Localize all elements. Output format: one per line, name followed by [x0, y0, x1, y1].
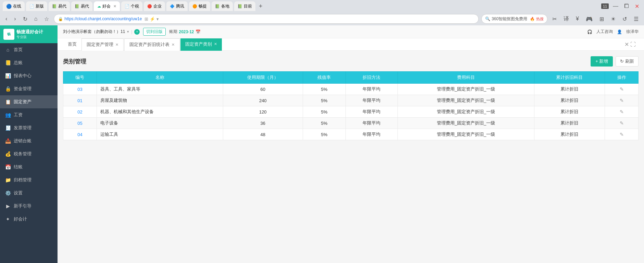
close-tab-icon[interactable]: ✕ [113, 4, 116, 9]
sidebar-item-funds[interactable]: 🔒 资金管理 [0, 82, 58, 95]
action-04[interactable]: ✎ [605, 129, 639, 140]
bookmark-button[interactable]: ☆ [42, 15, 51, 23]
window-minimize-button[interactable]: — [611, 2, 620, 10]
currency-icon[interactable]: ¥ [574, 15, 581, 23]
col-method: 折旧方法 [345, 72, 397, 84]
address-text: https://cloud.chanjet.com/accounting/uw1… [64, 16, 142, 21]
browser-tab-new[interactable]: 📄 新版 [26, 1, 47, 11]
action-02[interactable]: ✎ [605, 106, 639, 118]
sidebar-label-home: 首页 [14, 47, 23, 53]
browser-tab-enterprise[interactable]: 🔴 企业 [144, 1, 165, 11]
sidebar-item-settings[interactable]: ⚙️ 设置 [0, 187, 58, 200]
tab-fa-depreciation[interactable]: 固定资产折旧统计表 ✕ [124, 38, 180, 51]
sidebar-item-sales[interactable]: 📥 进销台账 [0, 134, 58, 147]
sidebar-item-guide[interactable]: ▶ 新手引导 [0, 200, 58, 213]
sidebar-item-reports[interactable]: 📊 报表中心 [0, 69, 58, 82]
right-actions: 🎧 人工咨询 👤 徐泽华 [587, 29, 639, 35]
browser-tab-gedi[interactable]: 📗 各地 [212, 1, 233, 11]
sidebar-item-ledger[interactable]: 📒 总账 [0, 56, 58, 69]
tab-label: 个税 [131, 3, 139, 9]
dropdown-icon[interactable]: ▾ [156, 16, 159, 22]
grid-icon[interactable]: ⊞ [597, 15, 606, 23]
browser-tab-changt[interactable]: 🟠 畅提 [189, 1, 210, 11]
dropdown-arrow[interactable]: ▾ [127, 29, 129, 34]
col-period: 使用期限（月） [223, 72, 303, 84]
address-bar[interactable]: 🔒 https://cloud.chanjet.com/accounting/u… [54, 14, 479, 24]
close-tab-fa-mgmt-icon[interactable]: ✕ [115, 43, 118, 47]
name-01: 房屋及建筑物 [97, 95, 223, 106]
user-name: 徐泽华 [626, 29, 639, 35]
forward-button[interactable]: › [12, 15, 18, 23]
game-icon[interactable]: 🎮 [584, 15, 595, 23]
expand-panel-button[interactable]: ⛶ [630, 41, 636, 48]
sidebar-item-checkout[interactable]: 📅 结账 [0, 160, 58, 174]
close-tab-fa-dep-icon[interactable]: ✕ [172, 43, 175, 47]
translate-icon[interactable]: 译 [561, 15, 571, 23]
browser-tab-online[interactable]: 🔵 在线 [3, 1, 25, 11]
search-bar[interactable]: 🔍 360智能抠图免费用 🔥 热搜 [481, 14, 547, 24]
window-close-button[interactable]: ✕ [633, 2, 641, 10]
tab-fa-category[interactable]: 固定资产类别 ✕ [180, 38, 222, 51]
reload-button[interactable]: ↻ [21, 15, 29, 23]
calendar-icon[interactable]: 📅 [195, 29, 201, 34]
col-code: 编号 [63, 72, 97, 84]
code-02: 02 [63, 106, 97, 118]
edit-icon-05[interactable]: ✎ [620, 120, 624, 126]
sidebar-label-funds: 资金管理 [14, 86, 31, 92]
boost-icon[interactable]: ⚡ [150, 16, 155, 22]
funds-icon: 🔒 [5, 86, 11, 92]
edit-icon-02[interactable]: ✎ [620, 109, 624, 115]
back-button[interactable]: ‹ [3, 15, 9, 23]
sidebar-item-payroll[interactable]: 👥 工资 [0, 108, 58, 121]
search-icon: 🔍 [485, 16, 490, 21]
history-icon[interactable]: ↺ [620, 15, 629, 23]
sidebar-item-archive[interactable]: 📁 归档管理 [0, 174, 58, 187]
name-05: 电子设备 [97, 118, 223, 129]
main-row: 畅 畅捷通好会计 专业版 ⌂ 首页 📒 总账 📊 报表中心 🔒 [0, 25, 644, 263]
account-label: 刘小艳演示帐套（勿删勿动！）11 [63, 29, 125, 35]
menu-icon[interactable]: ☰ [632, 15, 641, 23]
browser-tab-tencent[interactable]: 🔷 腾讯 [166, 1, 188, 11]
tab-home[interactable]: 首页 [63, 38, 81, 51]
close-panel-button[interactable]: ✕ [624, 41, 629, 48]
table-row: 04 运输工具 48 5% 年限平均 管理费用_固定资产折旧_一级 累计折旧 ✎ [63, 129, 639, 140]
action-05[interactable]: ✎ [605, 118, 639, 129]
sidebar-item-more[interactable]: ✦ 好会计 [0, 213, 58, 226]
switch-to-old-button[interactable]: 切到旧版 [143, 28, 166, 36]
sidebar-item-fixed-assets[interactable]: 📋 固定资产 [0, 95, 58, 108]
action-03[interactable]: ✎ [605, 84, 639, 95]
brightness-icon[interactable]: ☀ [609, 15, 618, 23]
refresh-button[interactable]: ↻ 刷新 [616, 56, 639, 67]
checkout-icon: 📅 [5, 164, 11, 170]
sidebar-item-invoice[interactable]: 🧾 发票管理 [0, 121, 58, 134]
action-01[interactable]: ✎ [605, 95, 639, 106]
nav-tabs-row: 首页 固定资产管理 ✕ 固定资产折旧统计表 ✕ 固定资产类别 ✕ ✕ ⛶ [58, 38, 644, 51]
sidebar-item-tax[interactable]: 💰 税务管理 [0, 147, 58, 160]
add-button[interactable]: + 新增 [591, 56, 613, 67]
browser-tab-yidai2[interactable]: 📗 易代 [71, 1, 92, 11]
sidebar-label-checkout: 结账 [14, 164, 23, 170]
home-button[interactable]: ⌂ [32, 15, 40, 23]
site-info-icon[interactable]: ⊞ [144, 16, 148, 22]
tab-fa-cat-label: 固定资产类别 [185, 41, 212, 47]
notification-icon[interactable]: + [134, 29, 140, 35]
sales-icon: 📥 [5, 138, 11, 144]
expense-05: 管理费用_固定资产折旧_一级 [397, 118, 534, 129]
name-04: 运输工具 [97, 129, 223, 140]
residual-03: 5% [303, 84, 345, 95]
cut-icon[interactable]: ✂ [550, 15, 559, 23]
browser-tab-haohui[interactable]: ☁ 好会 ✕ [94, 1, 120, 11]
browser-tab-mq[interactable]: 📗 目前 [234, 1, 255, 11]
close-tab-fa-cat-icon[interactable]: ✕ [214, 42, 217, 46]
edit-icon-04[interactable]: ✎ [620, 132, 624, 137]
browser-tab-tax[interactable]: 📄 个税 [121, 1, 142, 11]
sidebar-item-home[interactable]: ⌂ 首页 [0, 43, 58, 56]
address-bar-row: ‹ › ↻ ⌂ ☆ 🔒 https://cloud.chanjet.com/ac… [0, 12, 644, 25]
tab-fa-mgmt[interactable]: 固定资产管理 ✕ [81, 38, 124, 51]
help-label[interactable]: 人工咨询 [596, 29, 613, 35]
window-restore-button[interactable]: ⧠ [622, 2, 631, 10]
edit-icon-03[interactable]: ✎ [620, 86, 624, 92]
edit-icon-01[interactable]: ✎ [620, 98, 624, 103]
browser-tab-yidai1[interactable]: 📗 易代 [49, 1, 70, 11]
new-tab-icon[interactable]: + [257, 3, 265, 10]
